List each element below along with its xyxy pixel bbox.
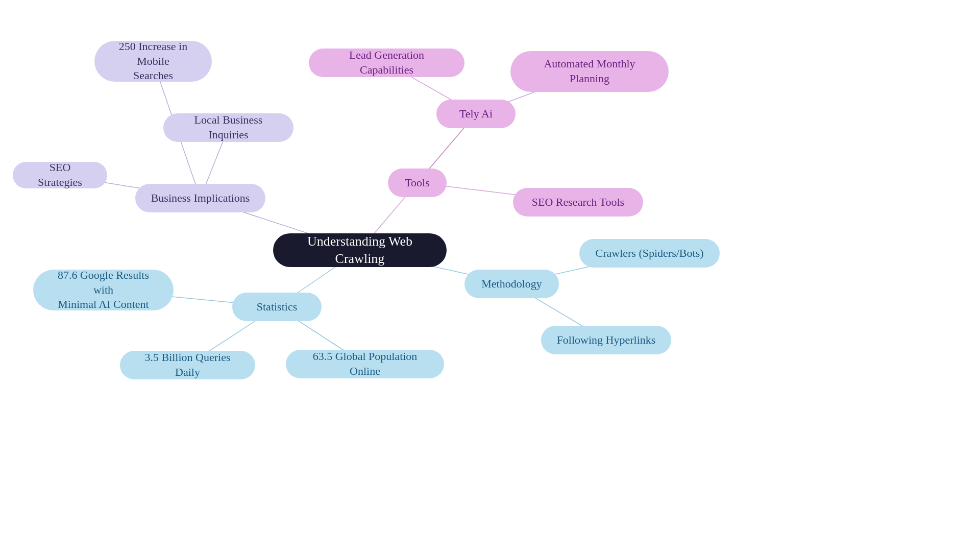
statistics-node: Statistics [232, 293, 322, 321]
tely-ai-node: Tely Ai [436, 100, 516, 128]
lead-generation-node: Lead Generation Capabilities [309, 49, 464, 77]
seo-strategies-node: SEO Strategies [13, 162, 107, 188]
methodology-node: Methodology [464, 270, 559, 298]
billion-queries-node: 3.5 Billion Queries Daily [120, 351, 255, 379]
seo-research-node: SEO Research Tools [513, 188, 643, 217]
center-label: Understanding Web Crawling [299, 233, 421, 268]
hyperlinks-node: Following Hyperlinks [541, 326, 671, 354]
automated-planning-node: Automated Monthly Planning [510, 51, 669, 92]
google-results-node: 87.6 Google Results withMinimal AI Conte… [33, 270, 174, 310]
mobile-searches-node: 250 Increase in MobileSearches [94, 41, 212, 82]
crawlers-node: Crawlers (Spiders/Bots) [579, 239, 720, 268]
global-population-node: 63.5 Global Population Online [286, 350, 444, 378]
center-node: Understanding Web Crawling [273, 233, 447, 267]
tools-node: Tools [388, 169, 447, 197]
business-implications-node: Business Implications [135, 184, 265, 212]
local-business-node: Local Business Inquiries [163, 113, 293, 142]
